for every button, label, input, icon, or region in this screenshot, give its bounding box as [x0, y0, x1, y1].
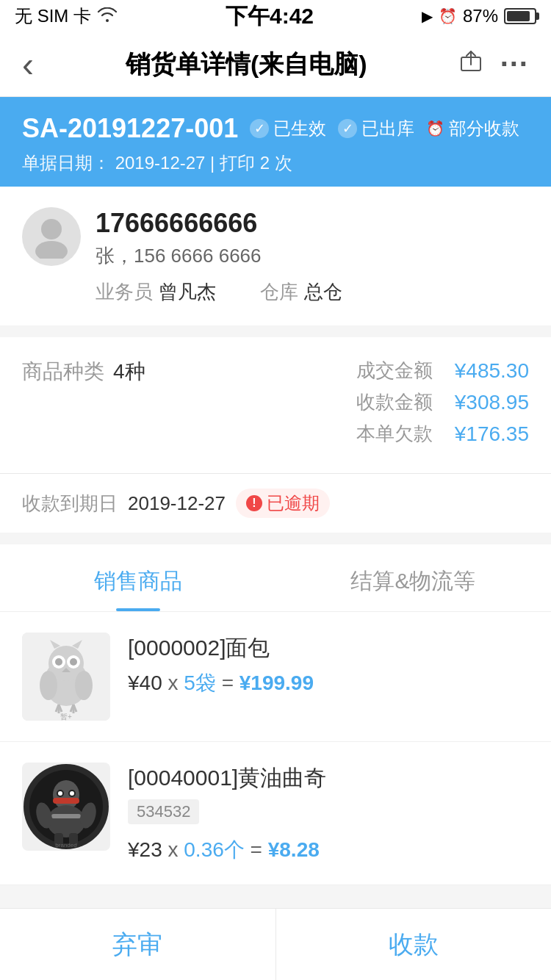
status-badge-partial: 部分收款	[426, 117, 519, 140]
carrier-label: 无 SIM 卡	[15, 4, 91, 28]
date-label: 单据日期：	[22, 153, 110, 173]
price-unit-1: ¥40	[128, 671, 162, 694]
list-item: branded [00040001]黄油曲奇 534532 ¥23 x 0.36…	[0, 742, 551, 885]
status-left: 无 SIM 卡	[15, 4, 118, 28]
deal-value: ¥485.30	[455, 359, 529, 383]
received-value: ¥308.95	[455, 391, 529, 414]
bottom-bar: 弃审 收款	[0, 908, 551, 980]
due-date-value: 2019-12-27	[128, 492, 226, 515]
deal-amount-row: 成交金额 ¥485.30	[356, 358, 529, 383]
owed-amount-row: 本单欠款 ¥176.35	[356, 421, 529, 447]
divider-1	[0, 325, 551, 337]
svg-point-10	[70, 658, 77, 666]
time-label: 下午4:42	[226, 1, 314, 32]
more-button[interactable]: ···	[500, 48, 529, 81]
summary-section: 商品种类 4种 成交金额 ¥485.30 收款金额 ¥308.95 本单欠款 ¥…	[0, 337, 551, 473]
avatar	[22, 207, 81, 266]
collect-payment-button[interactable]: 收款	[276, 909, 552, 980]
svg-rect-27	[53, 798, 79, 804]
price-unit-2: ¥23	[128, 838, 162, 861]
overdue-badge: ! 已逾期	[236, 489, 330, 518]
overdue-text: 已逾期	[267, 491, 320, 515]
tabs-section: 销售商品 结算&物流等	[0, 544, 551, 612]
summary-left: 商品种类 4种	[22, 358, 145, 386]
customer-id: 17666666666	[96, 207, 529, 239]
product-name-1: [0000002]面包	[128, 633, 529, 663]
owed-value: ¥176.35	[455, 422, 529, 446]
header-banner: SA-20191227-001 已生效 已出库 部分收款 单据日期： 2019-…	[0, 97, 551, 187]
sales-meta: 业务员 曾凡杰	[96, 279, 216, 305]
overdue-icon: !	[246, 495, 262, 511]
types-label: 商品种类	[22, 358, 104, 386]
banner-date-row: 单据日期： 2019-12-27 | 打印 2 次	[22, 151, 529, 175]
sales-value: 曾凡杰	[159, 279, 216, 305]
summary-types-row: 商品种类 4种	[22, 358, 145, 386]
product-info-1: [0000002]面包 ¥40 x 5袋 = ¥199.99	[128, 633, 529, 697]
nav-actions: ···	[459, 48, 529, 81]
types-value: 4种	[113, 358, 145, 386]
banner-order-row: SA-20191227-001 已生效 已出库 部分收款	[22, 113, 529, 144]
customer-info: 17666666666 张，156 6666 6666 业务员 曾凡杰 仓库 总…	[96, 207, 529, 305]
svg-point-14	[40, 671, 57, 700]
deal-label: 成交金额	[356, 358, 433, 383]
received-amount-row: 收款金额 ¥308.95	[356, 389, 529, 415]
back-button[interactable]: ‹	[22, 44, 34, 84]
print-info: | 打印 2 次	[210, 153, 292, 173]
svg-rect-32	[51, 814, 81, 818]
due-section: 收款到期日 2019-12-27 ! 已逾期	[0, 474, 551, 533]
warehouse-label: 仓库	[260, 279, 298, 305]
battery-percent: 87%	[463, 6, 498, 26]
status-badge-active: 已生效	[250, 117, 326, 140]
svg-point-9	[55, 658, 62, 666]
location-icon: ▶	[422, 7, 433, 25]
cancel-review-button[interactable]: 弃审	[0, 909, 276, 980]
svg-point-2	[41, 219, 62, 239]
battery-icon	[504, 8, 536, 24]
price-eq-2: =	[251, 838, 268, 861]
svg-point-31	[70, 791, 74, 796]
product-tag-2: 534532	[128, 799, 199, 824]
warehouse-meta: 仓库 总仓	[260, 279, 342, 305]
customer-meta: 业务员 曾凡杰 仓库 总仓	[96, 279, 529, 305]
list-item: 暂+ [0000002]面包 ¥40 x 5袋 = ¥199.99	[0, 612, 551, 742]
product-price-line-2: ¥23 x 0.36个 = ¥8.28	[128, 836, 529, 864]
status-bar: 无 SIM 卡 下午4:42 ▶ ⏰ 87%	[0, 0, 551, 32]
tab-settlement[interactable]: 结算&物流等	[276, 544, 551, 611]
summary-right: 成交金额 ¥485.30 收款金额 ¥308.95 本单欠款 ¥176.35	[356, 358, 529, 453]
tab-sales-products[interactable]: 销售商品	[0, 544, 276, 611]
svg-text:branded: branded	[55, 842, 76, 849]
svg-point-15	[75, 671, 93, 700]
price-separator-1: x	[168, 671, 184, 694]
svg-point-30	[58, 791, 62, 796]
alarm-icon: ⏰	[439, 7, 457, 25]
nav-bar: ‹ 销货单详情(来自电脑) ···	[0, 32, 551, 97]
status-right: ▶ ⏰ 87%	[422, 6, 536, 26]
status-badge-shipped: 已出库	[338, 117, 414, 140]
price-qty-2: 0.36个	[184, 838, 245, 861]
price-separator-2: x	[168, 838, 184, 861]
order-date: 2019-12-27	[115, 153, 206, 173]
product-thumb-2: branded	[22, 763, 110, 851]
product-name-2: [00040001]黄油曲奇	[128, 763, 529, 793]
product-price-line-1: ¥40 x 5袋 = ¥199.99	[128, 669, 529, 697]
price-qty-1: 5袋	[184, 671, 216, 694]
price-total-2: ¥8.28	[268, 838, 320, 861]
customer-contact: 张，156 6666 6666	[96, 243, 529, 269]
product-list: 暂+ [0000002]面包 ¥40 x 5袋 = ¥199.99	[0, 612, 551, 885]
owed-label: 本单欠款	[356, 421, 433, 447]
product-info-2: [00040001]黄油曲奇 534532 ¥23 x 0.36个 = ¥8.2…	[128, 763, 529, 864]
price-eq-1: =	[222, 671, 240, 694]
warehouse-value: 总仓	[304, 279, 342, 305]
page-title: 销货单详情(来自电脑)	[126, 48, 367, 82]
received-label: 收款金额	[356, 389, 433, 415]
due-label: 收款到期日	[22, 491, 118, 516]
product-thumb-1: 暂+	[22, 633, 110, 721]
svg-text:暂+: 暂+	[60, 713, 72, 721]
customer-section: 17666666666 张，156 6666 6666 业务员 曾凡杰 仓库 总…	[0, 187, 551, 325]
price-total-1: ¥199.99	[240, 671, 314, 694]
share-button[interactable]	[459, 50, 483, 79]
svg-point-3	[35, 241, 68, 259]
sales-label: 业务员	[96, 279, 153, 305]
order-id: SA-20191227-001	[22, 113, 238, 144]
svg-point-26	[47, 805, 85, 837]
